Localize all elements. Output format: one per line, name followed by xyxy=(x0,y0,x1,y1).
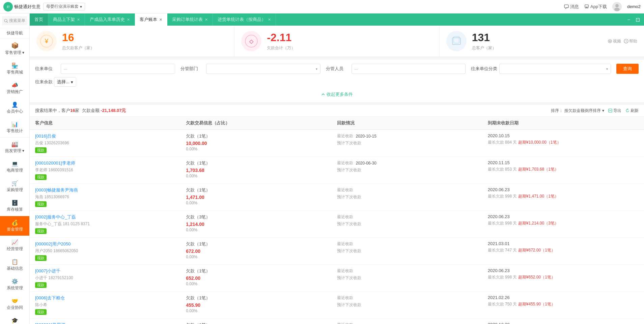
person-input[interactable]: ··· xyxy=(352,64,466,74)
customer-name-5[interactable]: [000002]用户2050 xyxy=(35,241,186,247)
collapse-button[interactable]: 收起更多条件 xyxy=(35,89,639,99)
expire-overdue-1[interactable]: 超期¥10,000.00（1笔） xyxy=(518,140,561,145)
store-select[interactable]: 母婴行业演示账套 ▾ xyxy=(43,3,85,10)
sidebar-item-inventory[interactable]: 🗄️ 库存核算 xyxy=(0,196,29,216)
debt-amount-2[interactable]: 1,703.68 xyxy=(186,168,337,173)
sidebar-item-retail-store[interactable]: 🏪 零售商城 xyxy=(0,59,29,79)
table-row: [0006]去下粮仓 陈小希 现款 欠款（1笔） 455.90 0.00% 最近… xyxy=(30,292,644,319)
tab-products[interactable]: 商品上下架 ✕ xyxy=(48,13,85,26)
debt-amount-5[interactable]: 672.00 xyxy=(186,248,337,254)
tab-production-close-icon[interactable]: ✕ xyxy=(127,18,130,22)
expire-overdue-7[interactable]: 超期¥455.90（1笔） xyxy=(518,302,555,306)
customer-name-2[interactable]: [0001020001]李老师 xyxy=(35,160,186,166)
expire-info-6: 2020.06.23 最长欠款 998 天 超期¥652.00（1笔） xyxy=(488,268,639,280)
debt-info-8: 欠款（1笔） 429.00 0.00% xyxy=(186,322,337,324)
table-row: [000002]用户2050 用户2050 18665062050 现款 欠款（… xyxy=(30,238,644,265)
sidebar-item-ecom-mgmt[interactable]: 💻 电商管理 xyxy=(0,157,29,177)
export-button[interactable]: 导出 xyxy=(608,108,621,114)
last-payment-label-8: 最近收款 xyxy=(337,322,353,324)
debt-percent-3: 0.00% xyxy=(186,201,337,205)
top-bar-right: 消息 App下载 demo2 xyxy=(564,2,641,11)
table-row: [0003]畅捷服务尹海燕 海燕 18513066976 现款 欠款（1笔） 1… xyxy=(30,184,644,211)
user-avatar[interactable] xyxy=(612,2,622,11)
expire-overdue-4[interactable]: 超期¥1,214.00（3笔） xyxy=(518,221,559,226)
message-label: 消息 xyxy=(570,4,579,10)
source-unit-input[interactable]: ··· xyxy=(61,64,175,74)
filter-person: 分管人员 ··· xyxy=(326,64,466,74)
sidebar-item-capital-mgmt[interactable]: 💰 资金管理 xyxy=(0,216,29,236)
balance-dropdown[interactable]: 选择... ▾ xyxy=(54,77,76,87)
tab-products-close-icon[interactable]: ✕ xyxy=(77,18,80,22)
tab-expand-button[interactable]: ⊡ xyxy=(634,16,641,24)
debt-amount-4[interactable]: 1,214.00 xyxy=(186,222,337,227)
table-header: 客户信息 欠款交易信息（占比） 回款情况 到期未收款日期 xyxy=(30,117,644,130)
customer-name-7[interactable]: [0006]去下粮仓 xyxy=(35,295,186,301)
expire-overdue-6[interactable]: 超期¥652.00（1笔） xyxy=(518,275,555,279)
sidebar-item-system-mgmt[interactable]: ⚙️ 系统管理 xyxy=(0,275,29,294)
results-info-text: 搜索结果中，客户16家 欠款金额 -21,148.07元 xyxy=(35,108,126,113)
customer-name-6[interactable]: [0007]小进千 xyxy=(35,268,186,274)
debt-amount-3[interactable]: 1,471.00 xyxy=(186,195,337,200)
svg-text:◇: ◇ xyxy=(249,38,254,44)
customer-tag-4: 现款 xyxy=(35,228,47,234)
sort-select[interactable]: 排序： 按欠款金额倒序排序 ▾ xyxy=(551,108,604,114)
return-info-8: 最近收款 预计下次收款 xyxy=(337,322,488,324)
sidebar-item-retail-stats[interactable]: 📊 零售统计 xyxy=(0,118,29,137)
customer-sub-3: 海燕 18513066976 xyxy=(35,194,186,200)
return-row-last-4: 最近收款 xyxy=(337,214,488,220)
view-button[interactable]: 视频 xyxy=(608,38,621,44)
sidebar-item-basic-info[interactable]: 📋 基础信息 xyxy=(0,255,29,275)
tab-customer-account[interactable]: 客户账本 ✕ xyxy=(135,13,167,26)
customer-name-8[interactable]: [000001]黄思源 xyxy=(35,322,186,324)
search-button[interactable]: 查询 xyxy=(616,64,639,74)
sidebar-item-retail-mgmt[interactable]: 📦 零售管理 ▾ xyxy=(0,38,29,59)
customer-name-3[interactable]: [0003]畅捷服务尹海燕 xyxy=(35,187,186,193)
help-button[interactable]: ? 帮助 xyxy=(624,38,637,44)
quick-nav-button[interactable]: 快捷导航 xyxy=(0,28,29,38)
app-download-button[interactable]: App下载 xyxy=(584,4,607,10)
debt-amount-1[interactable]: 10,000.00 xyxy=(186,141,337,146)
customer-name-1[interactable]: [0016]吕俊 xyxy=(35,133,186,139)
svg-rect-14 xyxy=(454,36,459,43)
store-name: 母婴行业演示账套 xyxy=(46,4,79,9)
debt-amount-7[interactable]: 455.90 xyxy=(186,302,337,308)
tab-purchase-stats[interactable]: 进货单统计表（按商品） ✕ xyxy=(213,13,276,26)
expire-overdue-3[interactable]: 超期¥1,471.00（1笔） xyxy=(518,194,559,199)
customer-name-4[interactable]: [0002]服务中心_丁磊 xyxy=(35,214,186,220)
tab-purchase-order[interactable]: 采购订单统计表 ✕ xyxy=(167,13,213,26)
refresh-button[interactable]: 刷新 xyxy=(625,108,639,114)
sidebar-item-new-guide[interactable]: 🎓 新手引导 xyxy=(0,314,29,324)
sidebar-item-purchase-mgmt[interactable]: 🛒 采购管理 xyxy=(0,177,29,196)
message-button[interactable]: 消息 xyxy=(564,4,579,10)
customer-sub-7: 陈小希 xyxy=(35,302,186,308)
return-row-next-6: 预计下次收款 xyxy=(337,275,488,281)
expire-detail-6: 最长欠款 998 天 超期¥652.00（1笔） xyxy=(488,274,639,280)
tab-purchase-stats-label: 进货单统计表（按商品） xyxy=(218,17,266,23)
top-bar-left: 好 畅捷通好生意 母婴行业演示账套 ▾ xyxy=(3,2,85,11)
tab-customer-account-close-icon[interactable]: ✕ xyxy=(159,18,162,22)
customer-info-4: [0002]服务中心_丁磊 服务中心_丁磊 181 0125 8371 现款 xyxy=(35,214,186,234)
tab-home[interactable]: 首页 xyxy=(30,13,48,26)
sidebar-item-member[interactable]: 👤 会员中心 xyxy=(0,98,29,118)
expire-overdue-5[interactable]: 超期¥672.00（1笔） xyxy=(518,248,555,253)
debt-percent-2: 0.00% xyxy=(186,174,337,178)
sidebar-item-enterprise[interactable]: 🤝 企业协同 xyxy=(0,294,29,314)
dept-select[interactable]: ▾ xyxy=(206,64,320,74)
tab-production[interactable]: 产成品入库单历史 ✕ xyxy=(85,13,135,26)
sidebar-item-biz-mgmt[interactable]: 📈 经营管理 xyxy=(0,236,29,255)
data-table: 客户信息 欠款交易信息（占比） 回款情况 到期未收款日期 [0016]吕俊 吕俊… xyxy=(30,117,644,324)
debt-amount-6[interactable]: 652.00 xyxy=(186,275,337,281)
unit-category-select[interactable]: ▾ xyxy=(499,64,611,74)
sidebar-item-batch-mgmt[interactable]: 🏭 批发管理 ▾ xyxy=(0,138,29,157)
top-bar: 好 畅捷通好生意 母婴行业演示账套 ▾ 消息 App下载 demo2 xyxy=(0,0,644,13)
tab-purchase-order-close-icon[interactable]: ✕ xyxy=(205,18,208,22)
debt-percent-1: 0.00% xyxy=(186,147,337,151)
sidebar-item-marketing[interactable]: 📣 营销推广 xyxy=(0,79,29,98)
search-menu-button[interactable]: 搜索菜单 xyxy=(2,16,27,25)
sidebar-item-ecom-mgmt-label: 电商管理 xyxy=(1,168,28,173)
stat-icon-amount: ◇ xyxy=(241,31,261,51)
expire-overdue-2[interactable]: 超期¥1,703.68（1笔） xyxy=(518,167,559,172)
tab-purchase-stats-close-icon[interactable]: ✕ xyxy=(268,18,271,22)
results-summary: 搜索结果中，客户16家 欠款金额 -21,148.07元 xyxy=(35,108,126,114)
tab-minimize-button[interactable]: － xyxy=(625,16,633,24)
